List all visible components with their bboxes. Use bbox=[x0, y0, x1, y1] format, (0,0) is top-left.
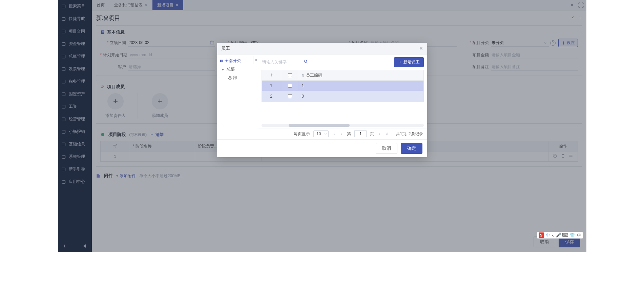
search-icon[interactable] bbox=[304, 59, 308, 64]
ime-bar[interactable]: S 中 •, 🎤 ⌨ 👕 ⚙ bbox=[537, 232, 583, 239]
svg-rect-27 bbox=[221, 60, 223, 61]
page-prefix: 第 bbox=[347, 131, 351, 137]
ime-skin-icon: 👕 bbox=[570, 233, 575, 238]
prev-page-icon[interactable] bbox=[339, 132, 344, 136]
first-page-icon[interactable] bbox=[332, 132, 336, 136]
svg-point-30 bbox=[304, 60, 307, 62]
ime-toolbox-icon: ⚙ bbox=[577, 233, 581, 238]
svg-rect-26 bbox=[220, 60, 221, 61]
dialog-close-icon[interactable]: ✕ bbox=[419, 46, 423, 51]
per-page-label: 每页显示 bbox=[294, 131, 310, 137]
tree-leaf-node[interactable]: 总 部 bbox=[222, 74, 256, 82]
ime-punct-icon: •, bbox=[552, 233, 554, 237]
svg-rect-28 bbox=[220, 61, 221, 62]
page-suffix: 页 bbox=[370, 131, 374, 137]
modal-overlay: 员工 ✕ 全部分类 ▾总部 总 部 bbox=[58, 0, 586, 252]
employee-table: ⇅员工编码 1120 bbox=[262, 70, 424, 102]
employee-row[interactable]: 11 bbox=[262, 81, 423, 91]
dialog-search-input[interactable] bbox=[262, 58, 309, 66]
dialog-title: 员工 bbox=[221, 45, 230, 52]
dialog-ok-button[interactable]: 确定 bbox=[401, 143, 422, 154]
select-all-checkbox[interactable] bbox=[288, 73, 292, 77]
employee-dialog: 员工 ✕ 全部分类 ▾总部 总 部 bbox=[217, 43, 427, 157]
ime-logo-icon: S bbox=[539, 232, 544, 238]
page-input[interactable] bbox=[354, 130, 367, 137]
ime-lang: 中 bbox=[546, 232, 550, 238]
add-employee-button[interactable]: ＋ 新增员工 bbox=[394, 57, 424, 67]
per-page-select[interactable]: 10 bbox=[313, 130, 329, 137]
dialog-cancel-button[interactable]: 取消 bbox=[376, 143, 397, 154]
svg-rect-29 bbox=[221, 61, 223, 62]
next-page-icon[interactable] bbox=[377, 132, 381, 136]
chevron-down-icon bbox=[324, 132, 327, 136]
row-checkbox[interactable] bbox=[288, 94, 292, 98]
employee-row[interactable]: 20 bbox=[262, 91, 423, 102]
tree-root-node[interactable]: ▾总部 bbox=[222, 65, 256, 74]
table-gear-icon[interactable] bbox=[269, 73, 273, 77]
page-total: 共1页, 2条记录 bbox=[396, 131, 423, 137]
app-root: 搜索菜单快捷导航项目合同资金管理总账管理发票管理税务管理固定资产工资经营管理小畅… bbox=[58, 0, 586, 252]
ime-keyboard-icon: ⌨ bbox=[563, 233, 568, 238]
col-employee-code: 员工编码 bbox=[306, 73, 322, 78]
tree-collapse-button[interactable] bbox=[253, 56, 258, 64]
ime-mic-icon: 🎤 bbox=[556, 233, 561, 238]
svg-point-31 bbox=[271, 74, 272, 75]
sort-icon[interactable]: ⇅ bbox=[302, 74, 305, 77]
tree-all-link[interactable]: 全部分类 bbox=[219, 57, 256, 65]
row-checkbox[interactable] bbox=[288, 84, 292, 88]
horizontal-scrollbar[interactable] bbox=[262, 124, 424, 127]
dialog-pager: 每页显示 10 第 页 共1页, 2条记录 bbox=[258, 128, 427, 139]
last-page-icon[interactable] bbox=[385, 132, 389, 136]
dialog-tree: 全部分类 ▾总部 总 部 bbox=[217, 55, 258, 139]
